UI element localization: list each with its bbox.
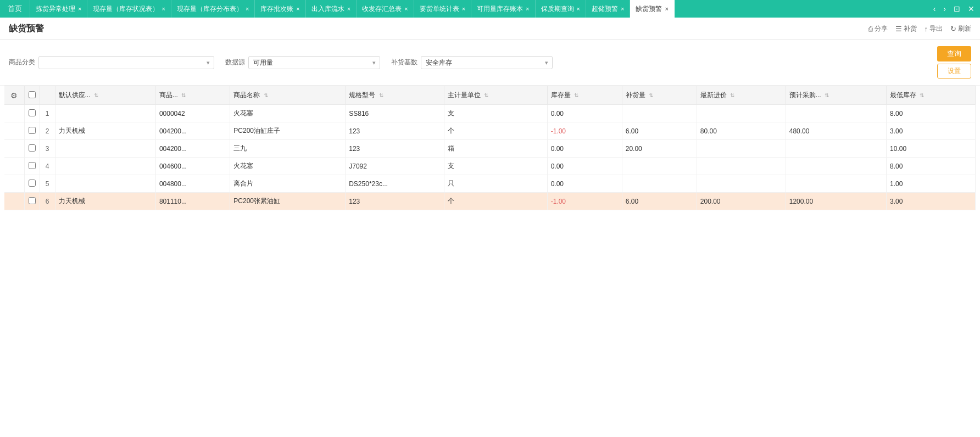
- th-name[interactable]: 商品名称 ⇅: [230, 86, 346, 105]
- tab-home[interactable]: 首页: [0, 0, 30, 18]
- td-no: 1: [40, 105, 55, 122]
- category-select[interactable]: [38, 56, 214, 69]
- th-stock[interactable]: 库存量 ⇅: [547, 86, 622, 105]
- td-supplement: [622, 158, 697, 175]
- tab-3-close[interactable]: ×: [246, 5, 249, 12]
- row-checkbox[interactable]: [29, 180, 36, 187]
- th-unit[interactable]: 主计量单位 ⇅: [444, 86, 548, 105]
- tab-11-label: 缺货预警: [636, 4, 662, 14]
- tab-6-close[interactable]: ×: [404, 5, 408, 12]
- tab-3[interactable]: 现存量（库存分布表） ×: [171, 0, 255, 18]
- supplier-sort-icon: ⇅: [94, 92, 98, 98]
- td-no: 5: [40, 175, 55, 193]
- tab-7[interactable]: 要货单统计表 ×: [414, 0, 471, 18]
- check-all-checkbox[interactable]: [29, 91, 36, 98]
- supplement-base-select-wrap: 安全库存: [421, 56, 553, 69]
- th-code[interactable]: 商品... ⇅: [155, 86, 230, 105]
- name-sort-icon: ⇅: [264, 92, 268, 98]
- th-gear[interactable]: ⚙: [4, 86, 24, 105]
- table-row: 2 力天机械 004200... PC200油缸庄子 123 个 -1.00 6…: [4, 122, 976, 140]
- category-label: 商品分类: [9, 58, 35, 67]
- th-min-stock[interactable]: 最低库存 ⇅: [887, 86, 976, 105]
- supplement-button[interactable]: ☰ 补货: [895, 24, 917, 33]
- td-check[interactable]: [24, 175, 40, 193]
- th-supplier[interactable]: 默认供应... ⇅: [55, 86, 155, 105]
- tab-2-close[interactable]: ×: [162, 5, 165, 12]
- share-label: 分享: [875, 24, 888, 33]
- row-checkbox[interactable]: [29, 162, 36, 169]
- tab-8[interactable]: 可用量库存账本 ×: [471, 0, 535, 18]
- td-code: 004800...: [155, 175, 230, 193]
- th-estimated-purchase[interactable]: 预计采购... ⇅: [786, 86, 886, 105]
- th-name-label: 商品名称: [233, 91, 260, 99]
- refresh-button[interactable]: ↻ 刷新: [950, 24, 971, 33]
- row-checkbox[interactable]: [29, 197, 36, 204]
- td-estimated-purchase: [786, 105, 886, 122]
- tab-10-close[interactable]: ×: [621, 5, 624, 12]
- tab-11-close[interactable]: ×: [665, 5, 668, 12]
- tab-close-all-button[interactable]: ✕: [965, 3, 978, 14]
- filter-actions: 查询 设置: [937, 46, 971, 79]
- th-check: [24, 86, 40, 105]
- td-gear: [4, 140, 24, 158]
- tab-9-close[interactable]: ×: [577, 5, 580, 12]
- tab-1[interactable]: 拣货异常处理 ×: [30, 0, 87, 18]
- tab-8-close[interactable]: ×: [526, 5, 529, 12]
- row-checkbox[interactable]: [29, 109, 36, 116]
- export-button[interactable]: ↑ 导出: [925, 24, 943, 33]
- tab-restore-button[interactable]: ⊡: [950, 3, 964, 14]
- td-check[interactable]: [24, 193, 40, 210]
- datasource-filter-group: 数据源 可用量: [225, 56, 380, 69]
- td-check[interactable]: [24, 158, 40, 175]
- tab-5-close[interactable]: ×: [347, 5, 350, 12]
- table-row: 6 力天机械 801110... PC200张紧油缸 123 个 -1.00 6…: [4, 193, 976, 210]
- th-spec[interactable]: 规格型号 ⇅: [346, 86, 444, 105]
- supplement-icon: ☰: [895, 25, 902, 33]
- tab-6[interactable]: 收发存汇总表 ×: [357, 0, 414, 18]
- share-button[interactable]: ⎙ 分享: [868, 24, 888, 33]
- unit-sort-icon: ⇅: [484, 92, 488, 98]
- tab-2[interactable]: 现存量（库存状况表） ×: [87, 0, 171, 18]
- tab-4[interactable]: 库存批次账 ×: [255, 0, 305, 18]
- tab-9[interactable]: 保质期查询 ×: [536, 0, 586, 18]
- tab-1-close[interactable]: ×: [78, 5, 81, 12]
- tab-4-close[interactable]: ×: [296, 5, 299, 12]
- td-name: PC200张紧油缸: [230, 193, 346, 210]
- td-code: 801110...: [155, 193, 230, 210]
- th-stock-label: 库存量: [551, 91, 571, 99]
- gear-icon[interactable]: ⚙: [10, 91, 18, 100]
- td-check[interactable]: [24, 105, 40, 122]
- tab-nav-buttons: ‹ › ⊡ ✕: [930, 3, 980, 14]
- td-latest-price: 200.00: [697, 193, 786, 210]
- tab-3-label: 现存量（库存分布表）: [177, 4, 243, 14]
- td-name: 离合片: [230, 175, 346, 193]
- supplement-base-select[interactable]: 安全库存: [421, 56, 553, 69]
- datasource-select-wrap: 可用量: [248, 56, 380, 69]
- tab-10[interactable]: 超储预警 ×: [586, 0, 630, 18]
- td-supplier: [55, 105, 155, 122]
- page-header: 缺货预警 ⎙ 分享 ☰ 补货 ↑ 导出 ↻ 刷新: [0, 18, 980, 40]
- tab-11[interactable]: 缺货预警 ×: [630, 0, 674, 18]
- td-min-stock: 3.00: [887, 193, 976, 210]
- tab-next-button[interactable]: ›: [940, 3, 949, 14]
- row-checkbox[interactable]: [29, 127, 36, 134]
- td-check[interactable]: [24, 122, 40, 140]
- td-check[interactable]: [24, 140, 40, 158]
- tab-5[interactable]: 出入库流水 ×: [306, 0, 357, 18]
- th-latest-price[interactable]: 最新进价 ⇅: [697, 86, 786, 105]
- th-min-stock-label: 最低库存: [890, 91, 916, 99]
- th-estimated-purchase-label: 预计采购...: [789, 91, 821, 99]
- th-supplement[interactable]: 补货量 ⇅: [622, 86, 697, 105]
- datasource-select[interactable]: 可用量: [248, 56, 380, 69]
- row-checkbox[interactable]: [29, 144, 36, 152]
- td-estimated-purchase: 480.00: [786, 122, 886, 140]
- td-spec: 123: [346, 193, 444, 210]
- supplement-base-label: 补货基数: [391, 58, 417, 67]
- settings-button[interactable]: 设置: [937, 64, 971, 79]
- query-button[interactable]: 查询: [937, 46, 971, 61]
- td-stock: 0.00: [547, 175, 622, 193]
- td-min-stock: 1.00: [887, 175, 976, 193]
- tab-7-close[interactable]: ×: [462, 5, 465, 12]
- tab-prev-button[interactable]: ‹: [930, 3, 939, 14]
- td-unit: 支: [444, 105, 548, 122]
